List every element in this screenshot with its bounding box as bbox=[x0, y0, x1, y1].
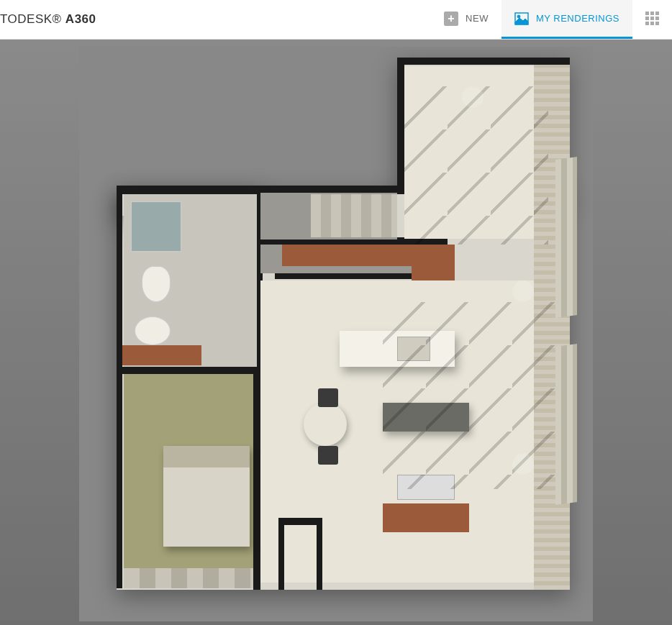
nav-apps[interactable] bbox=[632, 0, 672, 39]
plus-icon: + bbox=[444, 12, 458, 26]
rendering-image bbox=[79, 47, 593, 621]
app-header: TODESK® A360 + NEW MY RENDERINGS bbox=[0, 0, 672, 40]
grid-icon bbox=[645, 12, 659, 25]
brand-prefix: TODESK bbox=[0, 12, 53, 26]
brand-suffix: A360 bbox=[65, 12, 96, 26]
floor-plan bbox=[95, 58, 577, 611]
brand-logo: TODESK® A360 bbox=[0, 12, 96, 27]
svg-point-1 bbox=[517, 15, 520, 18]
top-nav: + NEW MY RENDERINGS bbox=[431, 0, 672, 39]
nav-new[interactable]: + NEW bbox=[431, 0, 501, 39]
nav-new-label: NEW bbox=[466, 13, 489, 24]
render-viewport[interactable] bbox=[0, 40, 672, 625]
image-icon bbox=[514, 12, 529, 26]
nav-renderings-label: MY RENDERINGS bbox=[536, 13, 619, 24]
nav-my-renderings[interactable]: MY RENDERINGS bbox=[501, 0, 632, 39]
